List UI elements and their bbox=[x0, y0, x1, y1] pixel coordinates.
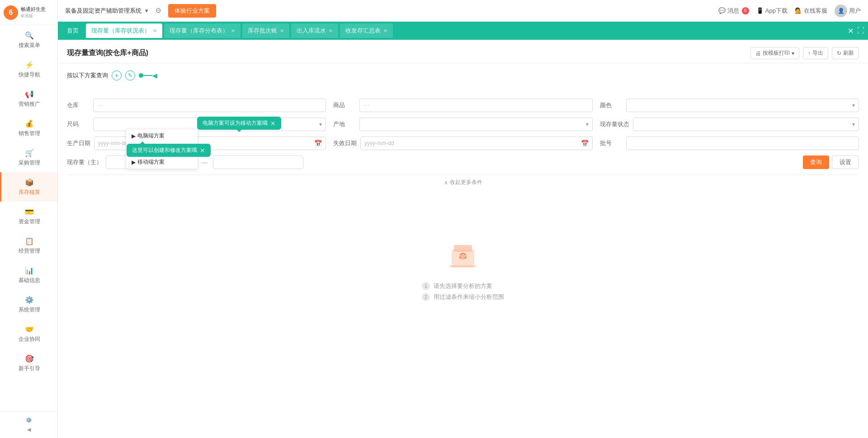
sidebar-item-system[interactable]: ⚙️ 系统管理 bbox=[0, 290, 57, 319]
settings-icon[interactable]: ⚙ bbox=[152, 5, 165, 17]
arrow-icon: ◀ bbox=[152, 72, 157, 79]
calendar-icon: 📅 bbox=[314, 140, 322, 147]
sales-icon: 💰 bbox=[25, 119, 34, 128]
tab-close-icon[interactable]: ✕ bbox=[383, 28, 387, 34]
tab-stock-dist[interactable]: 现存量（库存分布表） ✕ bbox=[164, 24, 241, 38]
tab-close-icon[interactable]: ✕ bbox=[231, 28, 235, 34]
printer-icon: 🖨 bbox=[755, 50, 761, 57]
filter-label: 按以下方案查询 bbox=[67, 71, 108, 80]
chevron-down-icon: ▶ bbox=[132, 133, 136, 139]
sidebar-item-quick-nav[interactable]: ⚡ 快捷导航 bbox=[0, 55, 57, 84]
sidebar-item-guide[interactable]: 🎯 新手引导 bbox=[0, 349, 57, 378]
size-label: 尺码 bbox=[67, 120, 90, 128]
range-separator: — bbox=[202, 159, 208, 166]
edit-scheme-btn[interactable]: ✎ bbox=[125, 71, 135, 80]
sidebar-item-operation[interactable]: 📋 经营管理 bbox=[0, 231, 57, 260]
warehouse-input[interactable]: ··· bbox=[93, 99, 326, 112]
sidebar-footer-settings[interactable]: ⚙️ bbox=[26, 417, 32, 423]
empty-tip-2: 2 用过滤条件来缩小分析范围 bbox=[422, 293, 504, 301]
svg-rect-5 bbox=[449, 265, 476, 267]
user-btn[interactable]: 👤 用户 bbox=[835, 5, 861, 17]
tab-close-all-icon[interactable]: ✕ bbox=[848, 27, 854, 35]
sidebar-item-finance[interactable]: 💳 资金管理 bbox=[0, 202, 57, 231]
add-scheme-btn[interactable]: + bbox=[112, 71, 122, 80]
warehouse-dots: ··· bbox=[97, 101, 103, 109]
system-title-dropdown[interactable]: ▾ bbox=[145, 7, 148, 14]
sidebar-item-sales[interactable]: 💰 销售管理 bbox=[0, 113, 57, 143]
main-area: 装备及固定资产辅助管理系统 ▾ ⚙ 体验行业方案 💬 消息 6 📱 App下载 … bbox=[58, 0, 868, 438]
chevron-down-icon: ▾ bbox=[586, 121, 589, 127]
sidebar-item-basic-info[interactable]: 📊 基础信息 bbox=[0, 260, 57, 290]
export-icon: ↑ bbox=[808, 50, 811, 57]
chevron-down-icon: ▾ bbox=[852, 102, 855, 108]
origin-label: 产地 bbox=[333, 120, 356, 128]
origin-select[interactable]: ▾ bbox=[359, 118, 592, 131]
stock-main-end[interactable] bbox=[213, 155, 303, 169]
quick-nav-icon: ⚡ bbox=[25, 60, 34, 69]
service-icon: 💁 bbox=[795, 7, 802, 14]
tab-close-icon[interactable]: ✕ bbox=[280, 28, 284, 34]
avatar: 👤 bbox=[835, 5, 847, 17]
system-icon: ⚙️ bbox=[25, 295, 34, 304]
export-btn[interactable]: ↑ 导出 bbox=[803, 47, 828, 59]
sidebar-item-label: 经营管理 bbox=[19, 247, 40, 255]
batch-input[interactable] bbox=[626, 137, 859, 150]
refresh-btn[interactable]: ↻ 刷新 bbox=[832, 47, 859, 59]
svg-rect-1 bbox=[454, 245, 472, 252]
collapse-bar[interactable]: ∧ 收起更多条件 bbox=[67, 174, 859, 190]
expire-date-start[interactable]: yyyy-mm-dd 📅 bbox=[360, 137, 592, 150]
sidebar-item-marketing[interactable]: 📢 营销推广 bbox=[0, 84, 57, 113]
settings-footer-icon: ⚙️ bbox=[26, 417, 32, 423]
goods-label: 商品 bbox=[333, 101, 356, 109]
query-btn[interactable]: 查询 bbox=[803, 155, 829, 169]
message-label: 消息 bbox=[727, 7, 739, 15]
tab-stock-status[interactable]: 现存量（库存状况表） ✕ bbox=[86, 24, 162, 38]
color-label: 颜色 bbox=[600, 101, 623, 109]
warehouse-label: 仓库 bbox=[67, 101, 90, 109]
tab-home[interactable]: 首页 bbox=[61, 24, 84, 38]
tab-batch-account[interactable]: 库存批次账 ✕ bbox=[242, 24, 289, 38]
mobile-scheme-group[interactable]: ▶ 移动端方案 bbox=[126, 155, 198, 169]
color-select[interactable]: ▾ bbox=[626, 99, 859, 112]
sidebar-item-label: 基础信息 bbox=[19, 277, 40, 284]
template-print-btn[interactable]: 🖨 按模板打印 ▾ bbox=[750, 47, 799, 59]
tooltip-2-close[interactable]: ✕ bbox=[200, 147, 205, 154]
guide-icon: 🎯 bbox=[25, 354, 34, 363]
sidebar-footer-collapse[interactable]: ◀ bbox=[27, 427, 31, 433]
tab-close-icon[interactable]: ✕ bbox=[329, 28, 333, 34]
sidebar-item-label: 系统管理 bbox=[19, 306, 40, 314]
goods-input[interactable]: ··· bbox=[359, 99, 592, 112]
settings-btn[interactable]: 设置 bbox=[832, 155, 859, 169]
stock-status-label: 现存量状态 bbox=[600, 120, 629, 128]
filter-field-stock-status: 现存量状态 ▾ bbox=[600, 118, 859, 131]
tooltip-1-close[interactable]: ✕ bbox=[270, 120, 276, 127]
sidebar-item-search[interactable]: 🔍 搜索菜单 bbox=[0, 25, 57, 55]
industry-btn[interactable]: 体验行业方案 bbox=[168, 4, 216, 18]
sidebar-item-label: 采购管理 bbox=[19, 159, 40, 167]
tab-inout-flow[interactable]: 出入库流水 ✕ bbox=[291, 24, 338, 38]
search-btn-group: 查询 设置 bbox=[803, 155, 859, 169]
chevron-down-icon: ▾ bbox=[792, 50, 794, 57]
desktop-scheme-group[interactable]: ▶ 电脑端方案 bbox=[126, 129, 198, 142]
expire-date-start-text: yyyy-mm-dd bbox=[364, 140, 394, 146]
tab-fullscreen-icon[interactable]: ⛶ bbox=[857, 27, 864, 35]
logo-text: 畅通好生意 bbox=[21, 6, 46, 13]
app-download-btn[interactable]: 📱 App下载 bbox=[756, 7, 788, 15]
tab-receive-summary[interactable]: 收发存汇总表 ✕ bbox=[340, 24, 393, 38]
message-btn[interactable]: 💬 消息 6 bbox=[718, 7, 749, 15]
chevron-down-icon: ▾ bbox=[852, 121, 855, 127]
sidebar: 6 畅通好生意 标准版 🔍 搜索菜单 ⚡ 快捷导航 📢 营销推广 💰 销售管理 … bbox=[0, 0, 58, 438]
home-tab-label: 首页 bbox=[67, 27, 79, 35]
online-service-btn[interactable]: 💁 在线客服 bbox=[795, 7, 827, 15]
tab-batch-account-label: 库存批次账 bbox=[248, 27, 277, 35]
sidebar-item-label: 销售管理 bbox=[19, 130, 40, 137]
stock-status-select[interactable]: ▾ bbox=[633, 118, 859, 131]
message-icon: 💬 bbox=[718, 7, 726, 14]
search-icon: 🔍 bbox=[25, 31, 34, 40]
filter-field-expire-date: 失效日期 yyyy-mm-dd 📅 bbox=[333, 137, 592, 150]
sidebar-item-inventory[interactable]: 📦 库存核算 bbox=[0, 172, 57, 202]
sidebar-item-purchase[interactable]: 🛒 采购管理 bbox=[0, 143, 57, 172]
prod-date-label: 生产日期 bbox=[67, 139, 90, 147]
sidebar-item-enterprise[interactable]: 🤝 企业协同 bbox=[0, 319, 57, 349]
tab-close-icon[interactable]: ✕ bbox=[153, 28, 157, 34]
